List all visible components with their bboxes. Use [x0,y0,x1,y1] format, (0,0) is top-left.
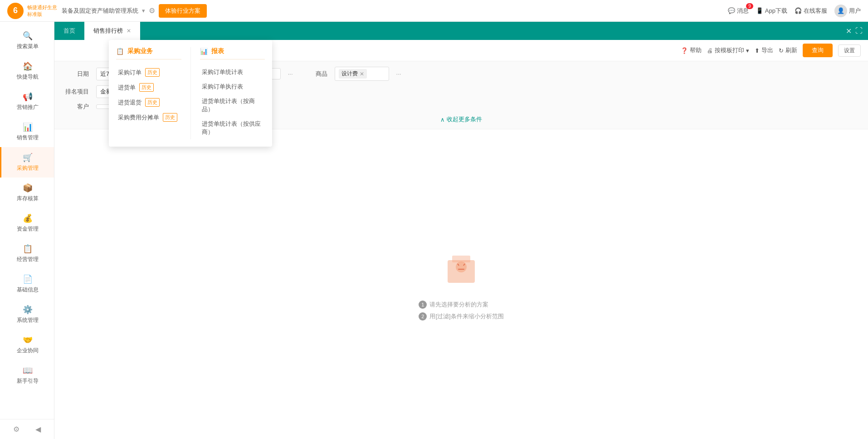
menu-item-incoming-goods[interactable]: 进货单统计表（按商品） [200,94,265,117]
online-service-button[interactable]: 🎧 在线客服 [795,7,827,15]
export-icon: ⬆ [755,47,760,54]
avatar: 👤 [834,5,847,17]
guide-icon: 📖 [23,365,33,375]
logo-area: 6 畅捷通好生意 标准版 [7,3,62,19]
tab-bar: 首页 销售排行榜 ✕ ✕ ⛶ [54,22,868,40]
menu-item-purchase-order[interactable]: 采购订单 历史 [116,65,181,80]
tab-home[interactable]: 首页 [54,22,84,40]
report-section-icon: 📊 [200,48,208,55]
sidebar-label-inventory: 库存核算 [17,195,39,202]
goods-tag-close-icon[interactable]: ✕ [360,71,364,77]
header-center: 装备及固定资产辅助管理系统 ▾ ⚙ 体验行业方案 [62,4,728,18]
empty-state: 1 请先选择要分析的方案 2 用[过滤]条件来缩小分析范围 [54,129,868,439]
operations-icon: 📋 [23,244,33,254]
purchase-icon: 🛒 [23,153,33,163]
sidebar-label-system: 系统管理 [17,316,39,324]
search-icon: 🔍 [23,31,33,41]
industry-button[interactable]: 体验行业方案 [159,4,207,18]
logo-icon: 6 [7,3,24,19]
date-label: 日期 [62,70,89,78]
goods-more[interactable]: ··· [396,70,401,77]
help-icon: ❓ [681,47,688,54]
main-layout: 🔍 搜索菜单 🏠 快捷导航 📢 营销推广 📊 销售管理 🛒 采购管 [0,22,868,439]
app-container: 6 畅捷通好生意 标准版 装备及固定资产辅助管理系统 ▾ ⚙ 体验行业方案 💬 … [0,0,868,439]
inventory-icon: 📦 [23,183,33,193]
menu-divider [190,47,191,139]
message-icon: 💬 [728,7,735,14]
empty-tips: 1 请先选择要分析的方案 2 用[过滤]条件来缩小分析范围 [419,299,503,322]
user-button[interactable]: 👤 用户 [834,5,861,17]
tab-expand-icon[interactable]: ⛶ [855,27,863,35]
sidebar-label-capital: 资金管理 [17,225,39,233]
system-title: 装备及固定资产辅助管理系统 [62,7,138,15]
menu-item-return[interactable]: 进货退货 历史 [116,95,181,110]
enterprise-icon: 🤝 [23,335,33,345]
phone-icon: 📱 [756,7,763,14]
goods-control[interactable]: 设计费 ✕ [335,67,389,81]
sidebar-label-operations: 经营管理 [17,256,39,263]
customer-label: 客户 [62,103,89,111]
print-icon: 🖨 [707,47,713,54]
help-button[interactable]: ❓ 帮助 [681,46,702,54]
purchase-section-title: 📋 采购业务 [116,47,181,59]
sidebar-settings-icon[interactable]: ⚙ [13,425,20,434]
tab-close-icon[interactable]: ✕ [127,28,131,34]
sidebar-collapse-icon[interactable]: ◀ [35,425,41,434]
menu-item-order-stat[interactable]: 采购订单统计表 [200,65,265,79]
tab-sales-rank[interactable]: 销售排行榜 ✕ [84,22,140,40]
menu-item-incoming[interactable]: 进货单 历史 [116,80,181,95]
sidebar-item-capital[interactable]: 💰 资金管理 [0,208,54,238]
ranking-label: 排名项目 [62,88,89,96]
history-badge-0: 历史 [145,68,160,77]
sidebar-item-marketing[interactable]: 📢 营销推广 [0,86,54,117]
sidebar-item-purchase[interactable]: 🛒 采购管理 [0,147,54,178]
goods-tag: 设计费 ✕ [339,69,367,79]
report-section-title: 📊 报表 [200,47,265,59]
purchase-section: 📋 采购业务 采购订单 历史 进货单 历史 进货退货 历史 [116,47,181,139]
sidebar-item-operations[interactable]: 📋 经营管理 [0,238,54,269]
history-badge-1: 历史 [139,83,154,92]
tab-bar-actions: ✕ ⛶ [846,27,868,35]
dropdown-arrow-icon[interactable]: ▾ [142,7,145,14]
svg-point-2 [456,261,467,272]
sidebar-label-guide: 新手引导 [17,377,39,385]
sidebar-nav: 🔍 搜索菜单 🏠 快捷导航 📢 营销推广 📊 销售管理 🛒 采购管 [0,22,54,390]
history-badge-2: 历史 [145,98,160,107]
home-icon: 🏠 [23,61,33,71]
menu-item-expense[interactable]: 采购费用分摊单 历史 [116,110,181,125]
header-right: 💬 9 消息 📱 App下载 🎧 在线客服 👤 用户 [728,5,861,17]
empty-illustration [439,247,484,292]
sidebar-item-guide[interactable]: 📖 新手引导 [0,360,54,390]
capital-icon: 💰 [23,213,33,223]
sidebar-item-basic[interactable]: 📄 基础信息 [0,269,54,299]
message-button[interactable]: 💬 9 消息 [728,7,749,15]
export-button[interactable]: ⬆ 导出 [755,46,773,54]
sidebar-item-inventory[interactable]: 📦 库存核算 [0,178,54,208]
sidebar-item-enterprise[interactable]: 🤝 企业协同 [0,330,54,360]
query-button[interactable]: 查询 [803,44,833,57]
sidebar-label-purchase: 采购管理 [17,164,39,172]
menu-item-order-exec[interactable]: 采购订单执行表 [200,79,265,94]
sidebar-label-basic: 基础信息 [17,286,39,294]
sidebar-item-system[interactable]: ⚙️ 系统管理 [0,299,54,330]
refresh-button[interactable]: ↻ 刷新 [779,46,797,54]
purchase-dropdown-menu: 📋 采购业务 采购订单 历史 进货单 历史 进货退货 历史 [109,40,272,147]
sidebar-item-sales[interactable]: 📊 销售管理 [0,117,54,147]
sidebar-item-search[interactable]: 🔍 搜索菜单 [0,25,54,56]
app-download-button[interactable]: 📱 App下载 [756,7,787,15]
menu-item-incoming-supplier[interactable]: 进货单统计表（按供应商） [200,117,265,139]
purchase-section-icon: 📋 [116,48,124,55]
set-button[interactable]: 设置 [838,44,861,57]
logo-text: 畅捷通好生意 标准版 [27,4,57,17]
headset-icon: 🎧 [795,7,802,14]
print-button[interactable]: 🖨 按模板打印 ▾ [707,46,749,54]
tip-item-2: 2 用[过滤]条件来缩小分析范围 [419,311,503,322]
goods-label: 商品 [300,70,327,78]
tab-close-window-icon[interactable]: ✕ [846,27,852,35]
voucher-status-more[interactable]: ··· [288,70,293,77]
tip-item-1: 1 请先选择要分析的方案 [419,299,503,311]
settings-icon[interactable]: ⚙ [149,6,155,15]
sidebar-label-marketing: 营销推广 [17,104,39,111]
sidebar-bottom: ⚙ ◀ [0,419,54,439]
sidebar-item-quick[interactable]: 🏠 快捷导航 [0,56,54,86]
